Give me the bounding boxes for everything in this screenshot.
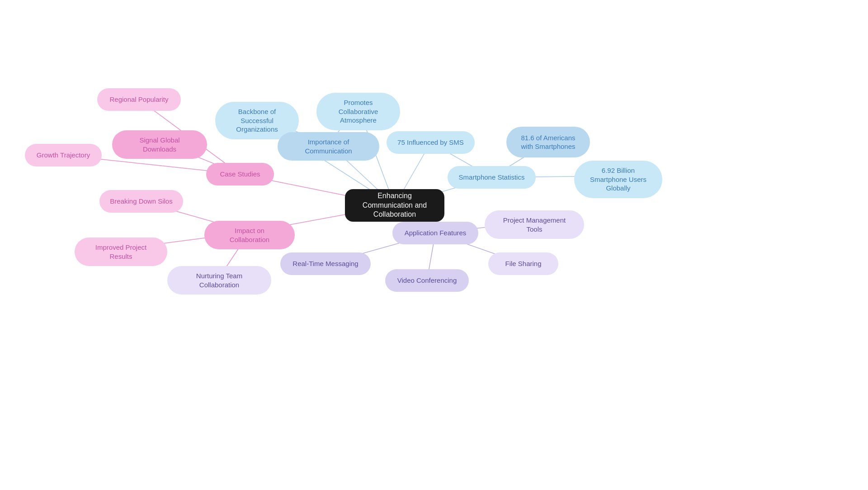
81-americans-node: 81.6 of Americans with Smartphones [506,127,590,157]
center-node: Enhancing Communication and Collaboratio… [345,189,444,222]
breaking-down-silos-node: Breaking Down Silos [99,190,183,213]
growth-trajectory-node: Growth Trajectory [25,144,102,167]
importance-communication-node: Importance of Communication [278,132,379,161]
signal-global-downloads-node: Signal Global Downloads [112,130,207,159]
smartphone-statistics-node: Smartphone Statistics [448,166,536,189]
regional-popularity-node: Regional Popularity [97,88,181,111]
real-time-messaging-node: Real-Time Messaging [280,252,371,275]
mindmap-container: Enhancing Communication and Collaboratio… [0,0,868,490]
promotes-collaborative-node: Promotes Collaborative Atmosphere [316,93,400,130]
video-conferencing-node: Video Conferencing [385,269,469,292]
case-studies-node: Case Studies [206,163,274,186]
project-management-tools-node: Project Management Tools [485,210,584,239]
application-features-node: Application Features [392,222,478,244]
6-92-billion-node: 6.92 Billion Smartphone Users Globally [574,161,662,198]
improved-project-results-node: Improved Project Results [75,238,167,266]
file-sharing-node: File Sharing [488,252,558,275]
75-influenced-node: 75 Influenced by SMS [387,131,475,154]
impact-collaboration-node: Impact on Collaboration [204,221,295,249]
nurturing-team-node: Nurturing Team Collaboration [167,266,271,295]
